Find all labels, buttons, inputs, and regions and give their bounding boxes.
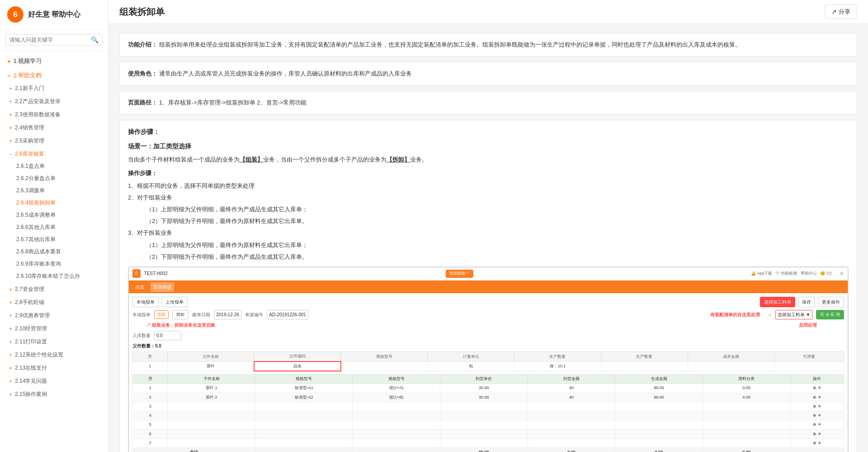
sidebar-item-purchase[interactable]: + 2.5采购管理 <box>0 135 108 147</box>
mock-th: 父件编码 <box>254 352 341 362</box>
logo-icon: 6 <box>7 6 24 23</box>
step-2-2: （2）下部明细为子件明细，最终作为原材料生成其它出库单。 <box>146 216 849 226</box>
sidebar-item-inventory[interactable]: − 2.6库存核算 <box>0 148 108 160</box>
sidebar-item-label: 2.8手机旺铺 <box>15 299 44 306</box>
plus-icon: + <box>9 112 12 118</box>
plus-icon: + <box>9 286 12 293</box>
plus-icon: + <box>7 58 11 65</box>
sidebar-item-stockerror[interactable]: 2.6.10库存账本错了怎么办 <box>0 270 108 282</box>
plus-icon: + <box>9 125 12 131</box>
mock-toolbar: 本地报单 上传报单 选择加工料单 保存 更多操作 <box>132 297 844 307</box>
nav-subsection-custom: + 2.12系统个性化设置 <box>0 349 108 361</box>
sidebar-item-goodscost[interactable]: 2.6.8商品成本重算 <box>0 246 108 258</box>
plus-icon: + <box>9 326 12 332</box>
plus-icon: + <box>9 391 12 398</box>
top-bar: 组装拆卸单 ↗ 分享 <box>108 0 868 24</box>
mock-close-icon: ✕ <box>840 269 844 278</box>
sidebar-item-otherinbound[interactable]: 2.6.6其他入库单 <box>0 221 108 233</box>
nav-subsection-operation: + 2.10经营管理 <box>0 323 108 335</box>
step-2: 2、对于组装业务 <box>128 193 849 203</box>
plus-icon: + <box>9 138 12 144</box>
sidebar-item-stockledger[interactable]: 2.6.9库存账本查询 <box>0 258 108 270</box>
search-input[interactable] <box>9 37 91 43</box>
mock-navbar: 自页 新增单据 <box>129 281 848 293</box>
mock-th: 用料分类 <box>703 375 790 384</box>
sidebar-item-docs[interactable]: − 2.帮助文档 <box>0 69 108 82</box>
plus-icon: + <box>9 99 12 105</box>
intro-card: 功能介绍： 组装拆卸单用来处理企业组装或拆卸等加工业务，支持有固定装配清单的产品… <box>119 33 857 57</box>
nav-subsection-coupon: + 2.9优惠券管理 <box>0 309 108 322</box>
share-icon: ↗ <box>831 8 837 15</box>
step-3-1: （1）上部明细为父件明细，最终作为原材料生成其它出库单； <box>146 240 849 250</box>
mock-date-input: 2019-12-26 <box>214 310 241 319</box>
table-row: 1 茶叶 品名 包 按：10.1 <box>133 362 844 371</box>
sidebar-item-operation[interactable]: + 2.10经营管理 <box>0 323 108 335</box>
step-3-2: （2）下部明细为子件明细，最终作为产成品生成其它入库单。 <box>146 252 849 262</box>
mock-form-row2: 入库数量 0.0 <box>132 331 844 340</box>
mock-parent-title: 父件数量：0.0 <box>132 342 844 350</box>
sidebar-item-costadj[interactable]: 2.6.5成本调整单 <box>0 209 108 221</box>
plus-icon: + <box>9 300 12 306</box>
mock-th: 序 <box>133 375 168 384</box>
mock-bom-select: 选择加工料单 ▼ <box>775 310 813 319</box>
intro-text: 组装拆卸单用来处理企业组装或拆卸等加工业务，支持有固定装配清单的产品加工业务，也… <box>159 41 741 48</box>
steps-title: 操作步骤： <box>128 127 849 138</box>
mock-btn-more: 更多操作 <box>818 297 844 307</box>
sidebar-item-cases[interactable]: + 2.15操作案例 <box>0 388 108 400</box>
sidebar-item-otheroutbound[interactable]: 2.6.7其他出库单 <box>0 233 108 246</box>
sidebar-item-sales[interactable]: + 2.4销售管理 <box>0 122 108 134</box>
sidebar-item-label: 2.4销售管理 <box>15 124 44 132</box>
sidebar-item-stocktake[interactable]: 2.6.1盘点单 <box>0 160 108 172</box>
plus-icon: + <box>9 86 12 92</box>
mock-nav-home: 自页 <box>132 282 147 292</box>
nav-subsection-faq: + 2.14常见问题 <box>0 375 108 387</box>
sidebar-item-data[interactable]: + 2.3使用前数据准备 <box>0 109 108 121</box>
table-footer: 合计 89.00 0.00 0.00 0.00 <box>133 448 844 452</box>
mock-btn-uploadreport: 上传报单 <box>161 297 188 307</box>
mock-btn-localreport: 本地报单 <box>132 297 159 307</box>
sidebar-item-finance[interactable]: + 2.7资金管理 <box>0 283 108 295</box>
role-label: 使用角色： <box>128 70 157 77</box>
mock-annotation-enable: 启用处理 <box>799 321 817 329</box>
nav-subsection-onlinepay: + 2.13在线支付 <box>0 362 108 374</box>
plus-icon: + <box>9 378 12 385</box>
sidebar-item-mobile[interactable]: + 2.8手机旺铺 <box>0 296 108 309</box>
mock-th: 序 <box>133 352 168 362</box>
path-text: 1、库存核算->库存管理->组装拆卸单 2、首页->常用功能 <box>159 99 307 106</box>
inventory-items: 2.6.1盘点单 2.6.2分量盘点单 2.6.3调拨单 2.6.4组装拆卸单 … <box>0 160 108 282</box>
sidebar-item-faq[interactable]: + 2.14常见问题 <box>0 375 108 387</box>
mock-th: 规格型号 <box>341 352 428 362</box>
mock-disassembly-toggle: 拆卸 <box>172 310 189 319</box>
table-row: 3⊕ ✕ <box>133 402 844 411</box>
sidebar-item-coupon[interactable]: + 2.9优惠券管理 <box>0 309 108 322</box>
mock-annotation-toggle: ↗ 组装业务、拆卸业务在这里切换 <box>146 321 215 329</box>
mock-qty-label: 入库数量 <box>132 332 151 339</box>
sidebar-item-install[interactable]: + 2.2产品安装及登录 <box>0 95 108 108</box>
share-button[interactable]: ↗ 分享 <box>825 5 857 19</box>
sidebar-item-label: 2.14常见问题 <box>15 377 47 385</box>
search-box[interactable]: 🔍 <box>5 34 103 46</box>
sidebar-item-onlinepay[interactable]: + 2.13在线支付 <box>0 362 108 374</box>
sidebar-item-newcomer[interactable]: + 2.1新手入门 <box>0 82 108 95</box>
table-row: 7⊕ ✕ <box>133 439 844 448</box>
sidebar-item-adjust[interactable]: 2.6.3调拨单 <box>0 185 108 197</box>
sidebar-item-assembly[interactable]: 2.6.4组装拆卸单 <box>0 197 108 209</box>
mock-th: 到货金额 <box>528 375 615 384</box>
mock-th: 规格型号 <box>255 375 353 384</box>
table-row: 2 茶叶 2 标准型-A2 按(1+B) 30.00 40 89.00 0.00 <box>133 393 844 402</box>
sidebar-item-label: 2.3使用前数据准备 <box>15 111 61 119</box>
mock-btn-save: 保存 <box>798 297 815 307</box>
logo-area: 6 好生意 帮助中心 <box>0 0 108 29</box>
mock-annotation-hasbom: 有装配清单的在这里处理 <box>710 311 760 319</box>
mock-th: 成本金额 <box>688 352 774 362</box>
nav-subsection-install: + 2.2产品安装及登录 <box>0 95 108 108</box>
mock-apply-btn: 完 全 应 用 <box>816 310 844 319</box>
sidebar-item-custom[interactable]: + 2.12系统个性化设置 <box>0 349 108 361</box>
sidebar-item-partialinv[interactable]: 2.6.2分量盘点单 <box>0 172 108 185</box>
sidebar-item-print[interactable]: + 2.11打印设置 <box>0 336 108 348</box>
table-row: 6⊕ ✕ <box>133 429 844 438</box>
sidebar-item-video[interactable]: + 1.视频学习 <box>0 54 108 68</box>
search-icon[interactable]: 🔍 <box>91 36 99 43</box>
sidebar-item-label: 2.5采购管理 <box>15 137 44 145</box>
nav-subsection-data: + 2.3使用前数据准备 <box>0 109 108 121</box>
